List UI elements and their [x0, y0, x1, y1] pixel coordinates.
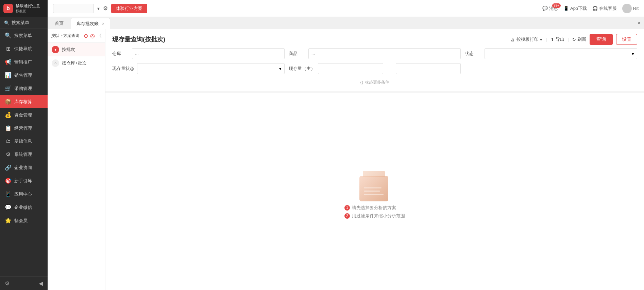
refresh-btn[interactable]: ↻ 刷新 [572, 36, 586, 42]
query-btn[interactable]: 查询 [590, 34, 613, 45]
refresh-icon: ↻ [572, 37, 576, 42]
tip-num-2: 2 [344, 213, 350, 219]
sidebar-item-operation[interactable]: 📋 经营管理 [0, 122, 48, 135]
sidebar-item-marketing[interactable]: 📢 营销推广 [0, 55, 48, 69]
sidebar-item-enterprise[interactable]: 🔗 企业协同 [0, 161, 48, 174]
sidebar-item-sales[interactable]: 📊 销售管理 [0, 69, 48, 82]
filter-area: 现存量查询(按批次) 🖨 按模板打印 ▾ | ⬆ 导出 | [105, 29, 644, 91]
status-select[interactable]: ▾ [485, 48, 637, 59]
stock-status-select[interactable]: ▾ [137, 63, 285, 74]
app-icon: 📱 [563, 6, 569, 11]
topbar-gear-btn[interactable]: ⚙ [103, 5, 108, 12]
company-name: 畅康通好生意 [16, 3, 40, 9]
topbar-search-input[interactable] [53, 4, 94, 13]
sidebar-item-finance[interactable]: 💰 资金管理 [0, 108, 48, 122]
topbar-dropdown-btn[interactable]: ▾ [97, 6, 100, 11]
trial-industry-btn[interactable]: 体验行业方案 [111, 4, 147, 13]
settings-icon[interactable]: ⚙ [5, 280, 10, 287]
product-input-dots: ··· [311, 51, 315, 56]
empty-line-2 [364, 191, 380, 192]
operation-nav-icon: 📋 [5, 125, 12, 131]
finance-nav-icon: 💰 [5, 112, 12, 118]
enterprise-nav-label: 企业协同 [14, 165, 32, 171]
refresh-label: 刷新 [577, 36, 586, 42]
sidebar-item-search[interactable]: 🔍 搜索菜单 [0, 29, 48, 42]
stock-status-label: 现存量状态 [112, 66, 134, 72]
scheme-collapse-btn[interactable]: 《 [97, 33, 102, 39]
sidebar-item-inventory[interactable]: 📦 库存核算 [0, 95, 48, 108]
shortcut-nav-label: 快捷导航 [14, 46, 32, 52]
scheme-settings-btn[interactable]: ◎ [90, 33, 95, 39]
stock-qty-min-input[interactable] [318, 63, 383, 74]
tab-batch-account-label: 库存批次账 [77, 21, 99, 27]
print-label: 按模板打印 [516, 36, 539, 42]
stock-status-dropdown-icon: ▾ [279, 66, 282, 71]
empty-tip-2: 2 用过滤条件来缩小分析范围 [344, 213, 405, 219]
scheme-item-by-warehouse-batch[interactable]: ○ 按仓库+批次 [48, 56, 105, 70]
shortcut-nav-icon: ⊞ [5, 46, 12, 52]
sidebar-item-member[interactable]: ⭐ 畅会员 [0, 214, 48, 227]
sidebar-item-shortcut[interactable]: ⊞ 快捷导航 [0, 42, 48, 55]
user-avatar-item[interactable]: Rit [622, 4, 639, 13]
tab-home-label: 首页 [55, 20, 64, 26]
search-nav-icon: 🔍 [5, 32, 12, 39]
sidebar-item-purchase[interactable]: 🛒 采购管理 [0, 82, 48, 95]
search-menu-label: 搜索菜单 [12, 20, 29, 26]
print-template-btn[interactable]: 🖨 按模板打印 ▾ [511, 36, 542, 42]
sidebar-item-appstore[interactable]: 📱 应用中心 [0, 187, 48, 201]
sidebar-item-wechat[interactable]: 💬 企业微信 [0, 201, 48, 214]
member-nav-icon: ⭐ [5, 217, 12, 224]
export-icon: ⬆ [550, 37, 554, 42]
inventory-nav-label: 库存核算 [14, 99, 32, 105]
stock-qty-label: 现存量（主） [289, 66, 315, 72]
scheme-item-by-batch[interactable]: ● 按批次 [48, 43, 105, 56]
sidebar-collapse-icon[interactable]: ◀ [39, 280, 43, 287]
filter-row-1: 仓库 ··· 商品 ··· 状态 [112, 48, 637, 59]
newbie-nav-label: 新手引导 [14, 178, 32, 184]
warehouse-input[interactable]: ··· [132, 48, 285, 59]
filter-row-2: 现存量状态 ▾ 现存量（主） — [112, 63, 637, 74]
product-label: 商品 [289, 51, 306, 57]
enterprise-nav-icon: 🔗 [5, 164, 12, 171]
tab-home[interactable]: 首页 [49, 18, 69, 29]
scheme-panel-header: 按以下方案查询 ⊕ ◎ 《 [48, 29, 105, 43]
collapse-more-btn[interactable]: ⟨⟨ 收起更多条件 [112, 78, 637, 87]
scheme-list: ● 按批次 ○ 按仓库+批次 [48, 43, 105, 290]
action-divider-1: | [546, 37, 547, 42]
empty-line-1 [364, 194, 384, 195]
system-nav-label: 系统管理 [14, 151, 32, 158]
empty-tip-1: 1 请先选择要分析的方案 [344, 205, 405, 211]
empty-state: 1 请先选择要分析的方案 2 用过滤条件来缩小分析范围 [344, 164, 405, 219]
filter-settings-btn[interactable]: 设置 [616, 34, 637, 45]
warehouse-label: 仓库 [112, 51, 129, 57]
page-title-row: 现存量查询(按批次) 🖨 按模板打印 ▾ | ⬆ 导出 | [112, 34, 637, 45]
sidebar-bottom: ⚙ ◀ [0, 276, 48, 290]
export-btn[interactable]: ⬆ 导出 [550, 36, 564, 42]
tab-close-icon[interactable]: × [102, 21, 104, 26]
sidebar-item-newbie[interactable]: 🎯 新手引导 [0, 174, 48, 187]
collapse-arrow-icon: ⟨⟨ [360, 80, 363, 85]
search-menu-item[interactable]: 🔍 搜索菜单 [0, 17, 48, 29]
product-input[interactable]: ··· [308, 48, 461, 59]
empty-illustration [354, 164, 395, 201]
message-item[interactable]: 💬 消息 99+ [542, 5, 558, 12]
app-download-item[interactable]: 📱 App下载 [563, 5, 587, 12]
panel-close-btn[interactable]: × [638, 20, 641, 26]
tab-batch-account[interactable]: 库存批次账 × [71, 18, 110, 29]
page-title: 现存量查询(按批次) [112, 35, 165, 43]
scheme-panel: 按以下方案查询 ⊕ ◎ 《 ● 按批次 ○ 按仓库+批次 [48, 29, 105, 290]
status-dropdown-icon: ▾ [632, 51, 634, 56]
scheme-add-btn[interactable]: ⊕ [84, 33, 88, 39]
tip-text-2: 用过滤条件来缩小分析范围 [352, 213, 405, 219]
stock-qty-max-input[interactable] [396, 63, 461, 74]
filter-group-warehouse: 仓库 ··· [112, 48, 285, 59]
sidebar-item-system[interactable]: ⚙ 系统管理 [0, 148, 48, 161]
service-item[interactable]: 🎧 在线客服 [592, 5, 617, 12]
scheme-item-by-batch-label: 按批次 [62, 47, 75, 53]
sidebar-title-block: 畅康通好生意 标准版 [16, 3, 40, 14]
filter-group-product: 商品 ··· [289, 48, 461, 59]
filter-group-status: 状态 ▾ [465, 48, 637, 59]
sidebar-item-basic[interactable]: 🗂 基础信息 [0, 135, 48, 148]
basic-nav-label: 基础信息 [14, 138, 32, 144]
right-panel: 现存量查询(按批次) 🖨 按模板打印 ▾ | ⬆ 导出 | [105, 29, 644, 290]
